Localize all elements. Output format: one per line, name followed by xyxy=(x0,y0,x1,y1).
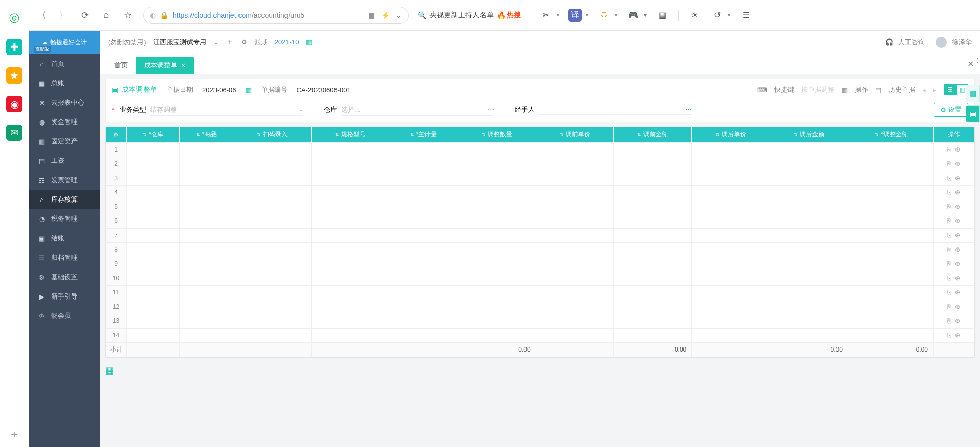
shortcut-label[interactable]: 快捷键 xyxy=(774,85,794,94)
sidebar-item-7[interactable]: ⌂库存核算 xyxy=(29,190,100,209)
app-brand[interactable]: ☁ 畅捷通好会计 旗舰版 xyxy=(29,31,100,54)
col-8[interactable]: ⇅调后单价 xyxy=(692,127,770,142)
row-add-icon[interactable]: ⊕ xyxy=(955,189,960,196)
sidebar-item-0[interactable]: ⌂首页 xyxy=(29,54,100,73)
user-name[interactable]: 徐泽华 xyxy=(952,38,972,47)
row-add-icon[interactable]: ⊕ xyxy=(955,303,960,310)
row-add-icon[interactable]: ⊕ xyxy=(955,275,960,282)
org-dropdown-icon[interactable]: ⌄ xyxy=(213,39,219,46)
row-copy-icon[interactable]: ⎘ xyxy=(947,303,951,310)
table-row[interactable]: 12⎘⊕ xyxy=(106,300,974,314)
more-icon[interactable]: ⋯ xyxy=(488,106,494,113)
apps-grid-icon[interactable]: ▦ xyxy=(656,9,669,22)
home-icon[interactable]: ⌂ xyxy=(100,9,112,21)
table-row[interactable]: 7⎘⊕ xyxy=(106,228,974,242)
table-row[interactable]: 5⎘⊕ xyxy=(106,200,974,214)
browser-search[interactable]: 🔍 央视更新主持人名单 🔥 热搜 xyxy=(418,11,530,20)
ops-label[interactable]: 操作 xyxy=(855,85,868,94)
address-bar[interactable]: ◐ 🔒 https://cloud.chanjet.com/accounting… xyxy=(143,7,409,24)
sidebar-item-9[interactable]: ▣结账 xyxy=(29,229,100,248)
settings-button[interactable]: ⚙ 设置 xyxy=(934,103,968,117)
view-toggle[interactable]: ☰ ▥ xyxy=(944,84,968,95)
browser-logo-icon[interactable]: ⓔ xyxy=(6,10,22,27)
table-row[interactable]: 3⎘⊕ xyxy=(106,171,974,185)
row-add-icon[interactable]: ⊕ xyxy=(955,260,960,267)
more-icon[interactable]: ⋯ xyxy=(685,106,692,113)
table-row[interactable]: 2⎘⊕ xyxy=(106,157,974,171)
fullscreen-icon[interactable]: ⛶ xyxy=(977,57,980,64)
row-copy-icon[interactable]: ⎘ xyxy=(947,189,951,196)
ops-icon[interactable]: ▦ xyxy=(842,86,848,94)
row-add-icon[interactable]: ⊕ xyxy=(955,203,960,210)
shortcut-icon[interactable]: ⌨ xyxy=(757,86,767,94)
avatar[interactable] xyxy=(936,37,947,48)
reload-icon[interactable]: ⟳ xyxy=(79,9,91,21)
sidebar-item-3[interactable]: ◍资金管理 xyxy=(29,112,100,132)
dock-note-icon[interactable]: ▤ xyxy=(966,85,980,102)
calendar-icon[interactable]: ▦ xyxy=(246,86,252,94)
period-value[interactable]: 2021-10 xyxy=(275,38,299,46)
sidebar-item-1[interactable]: ▦总账 xyxy=(29,73,100,93)
row-copy-icon[interactable]: ⎘ xyxy=(947,217,951,225)
table-row[interactable]: 10⎘⊕ xyxy=(106,271,974,285)
col-5[interactable]: ⇅调整数量 xyxy=(458,127,536,142)
table-row[interactable]: 14⎘⊕ xyxy=(106,328,974,342)
col-0[interactable]: ⇅*仓库 xyxy=(127,127,180,142)
row-copy-icon[interactable]: ⎘ xyxy=(947,175,951,182)
sidebar-item-12[interactable]: ▶新手引导 xyxy=(29,287,100,306)
scissors-icon[interactable]: ✂ xyxy=(539,9,553,22)
dock-star-icon[interactable]: ★ xyxy=(6,67,22,84)
flash-icon[interactable]: ⚡ xyxy=(381,11,390,19)
row-add-icon[interactable]: ⊕ xyxy=(955,332,960,339)
col-6[interactable]: ⇅调前单价 xyxy=(536,127,614,142)
tab-首页[interactable]: 首页 xyxy=(106,57,136,74)
sidebar-item-10[interactable]: ☰归档管理 xyxy=(29,248,100,267)
warehouse-select[interactable]: 选择... ⋯ xyxy=(341,104,494,116)
row-add-icon[interactable]: ⊕ xyxy=(955,317,960,325)
col-7[interactable]: ⇅调前金额 xyxy=(614,127,692,142)
dock-mail-icon[interactable]: ✉ xyxy=(6,125,22,141)
tab-成本调整单[interactable]: 成本调整单× xyxy=(136,57,194,74)
nav-back-icon[interactable]: 〈 xyxy=(36,9,48,21)
col-3[interactable]: ⇅规格型号 xyxy=(311,127,389,142)
col-2[interactable]: ⇅扫码录入 xyxy=(233,127,311,142)
view-list-icon[interactable]: ☰ xyxy=(944,84,956,95)
nav-forward-icon[interactable]: 〉 xyxy=(57,9,69,21)
row-copy-icon[interactable]: ⎘ xyxy=(947,203,951,210)
nav-prev-icon[interactable]: ◂ xyxy=(922,86,926,94)
history-label[interactable]: 历史单据 xyxy=(889,85,915,94)
row-add-icon[interactable]: ⊕ xyxy=(955,160,960,167)
shield-icon[interactable]: 🛡 xyxy=(597,9,611,22)
table-row[interactable]: 1⎘⊕ xyxy=(106,142,974,157)
sidebar-item-2[interactable]: ⤧云报表中心 xyxy=(29,93,100,112)
doc-date-value[interactable]: 2023-06-06 xyxy=(202,86,236,94)
table-row[interactable]: 6⎘⊕ xyxy=(106,214,974,228)
translate-icon[interactable]: 译 xyxy=(568,9,582,22)
sidebar-item-11[interactable]: ⚙基础设置 xyxy=(29,267,100,287)
row-copy-icon[interactable]: ⎘ xyxy=(947,275,951,282)
row-copy-icon[interactable]: ⎘ xyxy=(947,332,951,339)
support-icon[interactable]: 🎧 xyxy=(885,38,893,46)
history-icon[interactable]: ▤ xyxy=(875,86,881,94)
gamepad-icon[interactable]: 🎮 xyxy=(627,9,640,22)
hamburger-icon[interactable]: ☰ xyxy=(739,9,753,22)
col-11[interactable]: ⇅*调整金额 xyxy=(849,127,934,142)
row-copy-icon[interactable]: ⎘ xyxy=(947,246,951,253)
hotsearch-badge[interactable]: 🔥 热搜 xyxy=(497,11,521,20)
sidebar-item-13[interactable]: ♔畅会员 xyxy=(29,306,100,326)
org-settings-icon[interactable]: ⚙ xyxy=(241,38,247,46)
row-add-icon[interactable]: ⊕ xyxy=(955,289,960,296)
row-copy-icon[interactable]: ⎘ xyxy=(947,317,951,325)
sidebar-item-6[interactable]: ☶发票管理 xyxy=(29,170,100,190)
restore-icon[interactable]: ↺ xyxy=(710,9,724,22)
table-row[interactable]: 4⎘⊕ xyxy=(106,185,974,200)
row-add-icon[interactable]: ⊕ xyxy=(955,217,960,225)
row-copy-icon[interactable]: ⎘ xyxy=(947,146,951,153)
row-copy-icon[interactable]: ⎘ xyxy=(947,260,951,267)
col-1[interactable]: ⇅*商品 xyxy=(180,127,233,142)
tab-close-icon[interactable]: × xyxy=(181,61,185,69)
col-12[interactable]: 操作 xyxy=(934,127,974,142)
handler-select[interactable]: ⋯ xyxy=(539,105,692,115)
sidebar-item-4[interactable]: ▥固定资产 xyxy=(29,132,100,151)
dock-weibo-icon[interactable]: ◉ xyxy=(6,96,22,112)
